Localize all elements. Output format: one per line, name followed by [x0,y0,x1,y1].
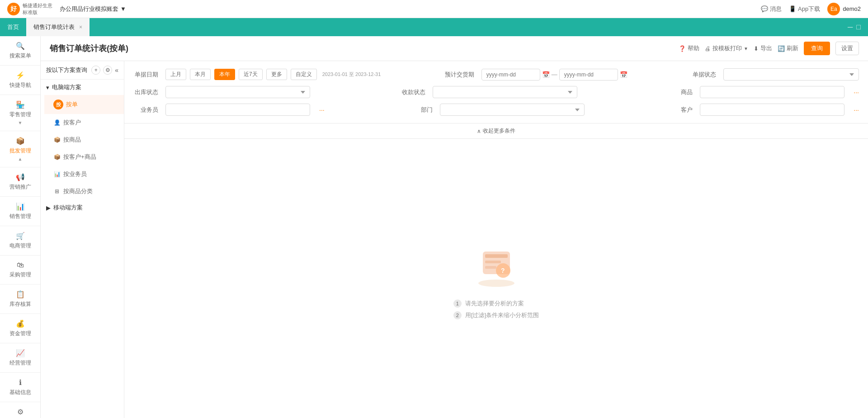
salesperson-ellipsis-button[interactable]: ··· [319,106,325,114]
delivery-status-select[interactable] [165,86,310,98]
hint-num-2: 2 [453,311,462,319]
empty-hints: 1 请先选择要分析的方案 2 用[过滤]条件来缩小分析范围 [453,299,539,319]
sidebar-item-finance[interactable]: 💰 资金管理 [0,314,40,343]
query-button[interactable]: 查询 [804,42,830,55]
customer-input[interactable] [700,104,844,116]
sidebar-item-inventory[interactable]: 📋 库存核算 [0,285,40,314]
search-icon: 🔍 [16,42,25,50]
empty-illustration: ? [469,238,524,292]
retail-icon: 🏪 [16,100,25,109]
department-select-wrapper [440,104,585,116]
sidebar-item-quicknav[interactable]: ⚡ 快捷导航 [0,66,40,95]
user-profile[interactable]: Ea demo2 [827,3,861,15]
sidebar-item-system[interactable]: ⚙ 系统管理 [0,402,40,418]
tab-bar: 首页 销售订单统计表 × ─ □ [0,18,868,36]
calendar-end-icon[interactable]: 📅 [620,71,627,78]
print-button[interactable]: 🖨 按模板打印 ▼ [705,44,748,52]
scheme-item-by-goods[interactable]: 📦 按商品 [44,131,124,148]
help-icon: ❓ [679,45,686,52]
tab-sales-order[interactable]: 销售订单统计表 × [26,18,90,36]
print-arrow-icon: ▼ [744,46,748,51]
scheme-item-by-salesperson[interactable]: 📊 按业务员 [44,166,124,183]
left-panel-title: 按以下方案查询 [46,66,87,74]
system-icon: ⚙ [17,408,24,416]
app-download-button[interactable]: 📱 App下载 [789,5,820,13]
sidebar-item-search[interactable]: 🔍 搜索菜单 [0,36,40,66]
wholesale-icon: 📦 [16,137,25,145]
date-label: 单据日期 [133,71,158,79]
sidebar-item-ecommerce[interactable]: 🛒 电商管理 [0,226,40,256]
add-scheme-button[interactable]: + [91,66,100,75]
payment-status-select[interactable] [433,86,577,98]
scheme-item-by-customer-goods[interactable]: 📦 按客户+商品 [44,148,124,166]
sidebar-item-wholesale[interactable]: 📦 批发管理 ▲ [0,131,40,167]
operations-icon: 📈 [16,349,25,357]
last-month-button[interactable]: 上月 [165,69,186,80]
goods-scheme-icon: 📦 [53,136,61,143]
expected-date-range: 📅 — 📅 [481,69,627,81]
scheme-category-mobile[interactable]: ▶ 移动端方案 [41,200,124,215]
customer-scheme-icon: 👤 [53,119,61,126]
app-selector[interactable]: 办公用品行业模拟账套 ▼ [56,3,130,15]
last7-button[interactable]: 近7天 [239,69,263,80]
left-panel-header: 按以下方案查询 + ⚙ « [41,61,124,80]
category-scheme-icon: ⊞ [53,188,61,195]
sidebar-item-retail[interactable]: 🏪 零售管理 ▼ [0,95,40,131]
custom-date-button[interactable]: 自定义 [291,69,317,80]
department-select[interactable] [440,104,585,116]
main-layout: 🔍 搜索菜单 ⚡ 快捷导航 🏪 零售管理 ▼ 📦 批发管理 ▲ 📢 营销推广 📊… [0,36,868,418]
customer-ellipsis-button[interactable]: ··· [854,106,859,114]
goods-input[interactable] [700,86,844,98]
collapse-bar[interactable]: ∧ 收起更多条件 [124,124,868,139]
page-header: 销售订单统计表(按单) ❓ 帮助 🖨 按模板打印 ▼ ⬇ 导出 🔄 刷新 [41,36,868,61]
top-bar-left: 好 畅捷通好生意 标准版 办公用品行业模拟账套 ▼ [7,2,130,15]
sidebar-item-operations[interactable]: 📈 经营管理 [0,343,40,373]
salesperson-scheme-icon: 📊 [53,171,61,178]
expected-date-start[interactable] [481,69,540,81]
tab-bar-actions: ─ □ [848,23,868,31]
filter-content-area: 单据日期 上月 本月 本年 近7天 更多 自定义 2023-01-01 至 20… [124,61,868,418]
scheme-item-by-customer[interactable]: 👤 按客户 [44,114,124,131]
this-year-button[interactable]: 本年 [214,69,235,80]
settings-button[interactable]: 设置 [835,42,859,55]
scheme-item-by-category[interactable]: ⊞ 按商品分类 [44,183,124,200]
scheme-item-by-order[interactable]: 按 按单 [44,95,124,114]
delivery-select-wrapper [165,86,310,98]
sidebar-item-purchase[interactable]: 🛍 采购管理 [0,256,40,285]
message-icon: 💬 [761,5,768,12]
this-month-button[interactable]: 本月 [190,69,211,80]
collapse-panel-button[interactable]: « [115,66,118,74]
svg-rect-2 [485,254,508,258]
scheme-settings-button[interactable]: ⚙ [103,66,112,75]
salesperson-label: 业务员 [133,106,158,114]
more-date-button[interactable]: 更多 [266,69,287,80]
message-button[interactable]: 💬 消息 [761,5,782,13]
goods-ellipsis-button[interactable]: ··· [854,89,859,96]
tab-close-icon[interactable]: × [79,24,82,30]
customer-goods-scheme-icon: 📦 [53,153,61,161]
refresh-button[interactable]: 🔄 刷新 [778,44,798,52]
content-body: 按以下方案查询 + ⚙ « ▾ 电脑端方案 按 按单 [41,61,868,418]
sidebar-item-sales[interactable]: 📊 销售管理 [0,197,40,226]
scheme-category-pc[interactable]: ▾ 电脑端方案 [41,80,124,95]
expected-date-end[interactable] [559,69,618,81]
help-button[interactable]: ❓ 帮助 [679,44,699,52]
logo-icon: 好 [7,3,20,15]
status-select[interactable] [723,68,859,81]
page-title: 销售订单统计表(按单) [50,43,128,54]
sidebar-item-marketing[interactable]: 📢 营销推广 [0,167,40,197]
svg-rect-3 [485,261,501,263]
salesperson-input[interactable] [165,104,310,116]
marketing-icon: 📢 [16,173,25,181]
export-button[interactable]: ⬇ 导出 [754,44,772,52]
purchase-icon: 🛍 [17,261,24,269]
tab-maximize-button[interactable]: □ [856,23,861,31]
tab-home[interactable]: 首页 [0,18,26,36]
filter-row-3: 业务员 ··· 部门 客户 ··· [133,104,859,116]
sidebar: 🔍 搜索菜单 ⚡ 快捷导航 🏪 零售管理 ▼ 📦 批发管理 ▲ 📢 营销推广 📊… [0,36,41,418]
sidebar-item-basic-info[interactable]: ℹ 基础信息 [0,373,40,402]
active-scheme-icon: 按 [53,100,63,109]
tab-minimize-button[interactable]: ─ [848,23,853,31]
calendar-start-icon[interactable]: 📅 [542,71,550,78]
export-icon: ⬇ [754,45,759,52]
